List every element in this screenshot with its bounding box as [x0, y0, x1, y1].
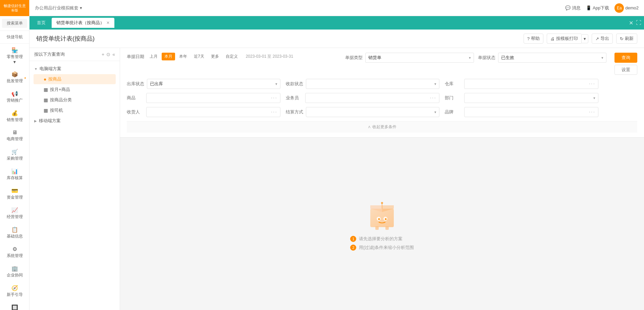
- brand-label: 品牌: [445, 109, 462, 115]
- date-tab-custom[interactable]: 自定义: [223, 53, 240, 60]
- refresh-label: 刷新: [625, 36, 634, 42]
- payment-field: 收款状态 ▾: [286, 79, 439, 89]
- payment-dropdown-icon: ▾: [434, 82, 436, 86]
- sidebar-item-marketing[interactable]: 📢 营销推广: [0, 87, 29, 107]
- sidebar-item-basic[interactable]: 📋 基础信息: [0, 223, 29, 243]
- date-range-display: 2023-03-01 至 2023-03-31: [246, 54, 293, 59]
- sidebar-item-operation[interactable]: 📈 经营管理: [0, 204, 29, 223]
- sidebar-item-wholesale[interactable]: 📦 批发管理: [0, 68, 29, 87]
- date-tab-more[interactable]: 更多: [208, 53, 222, 60]
- salesperson-label: 业务员: [286, 95, 303, 101]
- filter-row-4: 收货人 ··· 结算方式 ▾: [127, 107, 637, 117]
- salesperson-input[interactable]: ···: [305, 93, 439, 103]
- by-category-label: 按商品分类: [50, 97, 72, 103]
- print-button[interactable]: 🖨 按模板打印: [547, 34, 581, 44]
- date-tab-last-month[interactable]: 上月: [147, 53, 160, 60]
- by-month-product-label: 按月+商品: [50, 87, 70, 93]
- sidebar-item-inventory[interactable]: 📊 库存核算: [0, 165, 29, 184]
- mobile-group-arrow: ▶: [34, 119, 37, 123]
- department-label: 部门: [445, 95, 462, 101]
- doc-type-field: 单据类型 销货单 ▾: [345, 53, 474, 63]
- content-area: 销货单统计表(按商品) ? 帮助 🖨 按模板打印 ▾ ↗ 导出: [30, 30, 644, 310]
- logo-text: 畅捷信好生意: [4, 3, 26, 8]
- refresh-button[interactable]: ↻ 刷新: [616, 34, 637, 44]
- wholesale-icon: 📦: [11, 71, 18, 78]
- user-avatar: Ea: [614, 3, 624, 13]
- tab-close-button[interactable]: ✕: [106, 20, 110, 25]
- main-body: 按以下方案查询 + ⊙ « ▼ 电脑端方案: [30, 48, 644, 310]
- empty-tips: 1 请先选择要分析的方案 2 用[过滤]条件来缩小分析范围: [350, 236, 414, 251]
- system-label: 系统管理: [7, 253, 23, 259]
- add-scheme-icon[interactable]: +: [102, 52, 104, 57]
- date-tab-this-month[interactable]: 本月: [162, 53, 175, 60]
- sidebar-item-retail[interactable]: 🏪 零售管理: [0, 44, 29, 68]
- date-tab-this-year[interactable]: 本年: [176, 53, 190, 60]
- payment-label: 收款状态: [286, 81, 303, 87]
- help-button[interactable]: ? 帮助: [524, 34, 543, 44]
- enterprise-label: 企业协同: [7, 272, 23, 278]
- payment-input[interactable]: ▾: [306, 79, 439, 89]
- sidebar-item-purchase[interactable]: 🛒 采购管理: [0, 145, 29, 165]
- sidebar-item-enterprise[interactable]: 🏢 企业协同: [0, 262, 29, 281]
- export-icon: ↗: [595, 36, 599, 41]
- close-tab-icon[interactable]: ✕: [629, 20, 633, 26]
- phone-icon: 📱: [586, 5, 591, 10]
- sidebar-item-finance[interactable]: 💳 资金管理: [0, 184, 29, 204]
- sidebar-item-ecommerce[interactable]: 🖥 电商管理: [0, 126, 29, 145]
- query-button[interactable]: 查询: [614, 53, 637, 63]
- by-product-label: 按商品: [48, 76, 61, 82]
- department-input[interactable]: ▾: [464, 93, 598, 103]
- empty-tip-1: 1 请先选择要分析的方案: [350, 236, 414, 242]
- retail-label: 零售管理: [7, 54, 23, 60]
- message-button[interactable]: 💬 消息: [565, 5, 581, 11]
- sidebar-item-apps[interactable]: 🔲 应用中心: [0, 301, 29, 310]
- settlement-input[interactable]: ▾: [306, 107, 439, 117]
- tree-item-by-category[interactable]: ▦ 按商品分类: [34, 95, 116, 105]
- tab-home[interactable]: 首页: [32, 18, 50, 28]
- workspace-selector[interactable]: 办公用品行业模拟账套 ▾: [35, 5, 82, 11]
- tree-item-by-company[interactable]: ▦ 按司机: [34, 105, 116, 115]
- wholesale-label: 批发管理: [7, 78, 23, 84]
- left-panel-title: 按以下方案查询: [34, 51, 65, 57]
- date-label: 单据日期: [127, 54, 144, 60]
- tip-text-1: 请先选择要分析的方案: [359, 236, 402, 242]
- filter-row-3: 商品 ··· 业务员 ···: [127, 93, 637, 103]
- export-button[interactable]: ↗ 导出: [592, 34, 613, 44]
- product-label: 商品: [127, 95, 144, 101]
- collapse-panel-icon[interactable]: «: [112, 52, 115, 57]
- sidebar-item-guide[interactable]: 🧭 新手引导: [0, 281, 29, 301]
- pc-group-arrow: ▼: [34, 67, 38, 71]
- system-icon: ⚙: [12, 246, 17, 252]
- message-label: 消息: [572, 5, 581, 11]
- recipient-input[interactable]: ···: [146, 107, 280, 117]
- app-download-button[interactable]: 📱 App下载: [586, 5, 609, 11]
- sidebar-item-sales[interactable]: 💰 销售管理: [0, 107, 29, 126]
- doc-status-input[interactable]: 已生效 ▾: [498, 53, 606, 63]
- search-menu-button[interactable]: 搜索菜单: [2, 19, 27, 28]
- user-info[interactable]: Ea demo2: [614, 3, 639, 13]
- enterprise-icon: 🏢: [11, 265, 18, 272]
- collapse-filter-bar[interactable]: ∧ 收起更多条件: [127, 121, 637, 133]
- sidebar-item-system[interactable]: ⚙ 系统管理: [0, 243, 29, 262]
- tree-item-by-month-product[interactable]: ▦ 按月+商品: [34, 85, 116, 95]
- out-status-input[interactable]: 已出库 ▾: [147, 79, 280, 89]
- print-label: 按模板打印: [556, 36, 578, 42]
- settings-scheme-icon[interactable]: ⊙: [106, 52, 110, 57]
- print-dropdown-button[interactable]: ▾: [581, 34, 588, 43]
- tab-sales-stat[interactable]: 销货单统计表（按商品） ✕: [52, 18, 114, 28]
- warehouse-input[interactable]: ···: [464, 79, 598, 89]
- brand-input[interactable]: ···: [464, 107, 598, 117]
- maximize-icon[interactable]: ⛶: [636, 20, 641, 26]
- tree-group-mobile-header[interactable]: ▶ 移动端方案: [32, 116, 117, 126]
- quick-nav-label: 快捷导航: [0, 33, 29, 41]
- tree-item-by-product[interactable]: ● 按商品: [34, 74, 116, 84]
- svg-rect-9: [375, 226, 379, 230]
- date-tab-7days[interactable]: 近7天: [191, 53, 207, 60]
- guide-label: 新手引导: [7, 292, 23, 298]
- product-input[interactable]: ···: [146, 93, 280, 103]
- settings-button[interactable]: 设置: [614, 65, 637, 75]
- doc-type-input[interactable]: 销货单 ▾: [365, 53, 474, 63]
- out-status-dropdown-icon: ▾: [275, 82, 277, 86]
- logo-sub: 标版: [11, 8, 18, 13]
- tree-group-pc-header[interactable]: ▼ 电脑端方案: [32, 64, 117, 74]
